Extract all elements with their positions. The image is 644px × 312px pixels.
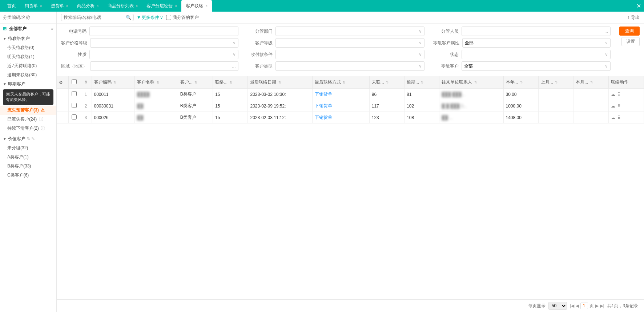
not-contacted-col-header[interactable]: 未联... ⇅ — [369, 76, 404, 89]
sidebar-all-customers[interactable]: ⊞ 全部客户 « — [0, 24, 56, 34]
last-contact-way-col-header[interactable]: 最后联络方式 ⇅ — [312, 76, 369, 89]
row-name: ████ — [135, 89, 178, 100]
nav-analysis-close[interactable]: × — [97, 4, 99, 8]
name-sort-icon[interactable]: ⇅ — [157, 81, 160, 84]
this-year-sort-icon[interactable]: ⇅ — [520, 81, 523, 84]
select-all-checkbox[interactable] — [72, 79, 77, 84]
sidebar-group-pending[interactable]: ▼ 待联络客户 — [0, 34, 56, 43]
nav-purchase-close[interactable]: × — [66, 4, 68, 8]
settings-button[interactable]: 设置 — [621, 37, 640, 46]
refresh-icon[interactable]: ↻ — [27, 136, 31, 141]
sidebar-item-churned[interactable]: 已流失客户(24) ⓘ — [0, 115, 56, 124]
sidebar-group-expiring[interactable]: ▼ 即期客户 — [0, 80, 56, 89]
settings-gear-icon[interactable]: ⚙ — [59, 80, 63, 85]
nav-sales[interactable]: 销货单 × — [20, 0, 47, 12]
contact-action-icon[interactable]: ☁ — [611, 92, 615, 97]
customer-type-select[interactable]: ∨ — [275, 61, 424, 71]
last-way-link[interactable]: 下销货单 — [315, 115, 332, 120]
sidebar-item-class-b[interactable]: B类客户(33) — [0, 162, 56, 171]
region-select[interactable]: ... — [90, 61, 238, 71]
sidebar-item-class-c[interactable]: C类客户(6) — [0, 171, 56, 180]
page-size-select[interactable]: 50 10 20 100 — [548, 302, 567, 310]
customer-level-select[interactable]: ∨ — [275, 38, 424, 48]
retail-attr-select[interactable]: 全部 ∨ — [462, 38, 611, 48]
nav-purchase[interactable]: 进货单 × — [47, 0, 73, 12]
row-checkbox[interactable] — [72, 114, 77, 119]
nav-customer-contact[interactable]: 客户联络 × — [181, 0, 212, 12]
payment-select[interactable]: ∨ — [275, 50, 424, 59]
name-col-header[interactable]: 客户名称 ⇅ — [135, 76, 178, 89]
nav-analysis-list-close[interactable]: × — [136, 4, 138, 8]
sidebar-item-today[interactable]: 今天待联络(0) — [0, 43, 56, 52]
overdue-sort-icon[interactable]: ⇅ — [421, 81, 424, 84]
edit-icon[interactable]: ✎ — [31, 136, 35, 141]
gear-col-header[interactable]: ⚙ — [57, 76, 68, 89]
sidebar-item-churn-warning[interactable]: 流失预警客户(3) ⚠ — [0, 106, 56, 115]
this-year-col-header[interactable]: 本年... ⇅ — [503, 76, 538, 89]
this-month-sort-icon[interactable]: ⇅ — [590, 81, 593, 84]
search-input[interactable] — [64, 15, 126, 20]
contact-person-sort-icon[interactable]: ⇅ — [474, 81, 477, 84]
nav-sales-close[interactable]: × — [40, 4, 42, 8]
first-page-icon[interactable]: |◀ — [570, 303, 574, 308]
search-icon[interactable]: 🔍 — [126, 15, 131, 20]
sidebar-search-input[interactable] — [3, 15, 57, 20]
type-col-header[interactable]: 客户... ⇅ — [178, 76, 213, 89]
not-contacted-sort-icon[interactable]: ⇅ — [386, 81, 389, 84]
phone-input[interactable] — [89, 27, 238, 36]
last-page-icon[interactable]: ▶| — [600, 303, 604, 308]
nav-analysis-list[interactable]: 商品分析列表 × — [103, 0, 142, 12]
prev-page-icon[interactable]: ◀ — [576, 303, 579, 308]
this-month-col-header[interactable]: 本月... ⇅ — [573, 76, 608, 89]
last-way-link[interactable]: 下销货单 — [315, 103, 332, 108]
price-level-select[interactable]: ∨ — [90, 38, 238, 48]
nav-customer-tier[interactable]: 客户分层经营 × — [142, 0, 181, 12]
sidebar-item-class-a[interactable]: A类客户(1) — [0, 153, 56, 162]
last-date-sort-icon[interactable]: ⇅ — [278, 81, 281, 84]
last-month-col-header[interactable]: 上月... ⇅ — [538, 76, 573, 89]
nature-select[interactable]: ∨ — [89, 50, 238, 59]
more-actions-icon[interactable]: ⠿ — [617, 115, 621, 120]
last-way-sort-icon[interactable]: ⇅ — [343, 81, 346, 84]
region-ellipsis[interactable]: ... — [232, 63, 236, 69]
row-checkbox[interactable] — [72, 91, 77, 96]
contact-sort-icon[interactable]: ⇅ — [230, 81, 233, 84]
code-col-header[interactable]: 客户编码 ⇅ — [92, 76, 135, 89]
status-select[interactable]: ∨ — [462, 50, 611, 59]
more-actions-icon[interactable]: ⠿ — [617, 104, 621, 109]
contact-action-icon[interactable]: ☁ — [611, 115, 615, 120]
sidebar-item-ungrouped[interactable]: 未分组(32) — [0, 143, 56, 153]
contact-person-col-header[interactable]: 往来单位联系人 ⇅ — [439, 76, 503, 89]
row-checkbox[interactable] — [72, 103, 77, 108]
next-page-icon[interactable]: ▶ — [595, 303, 599, 308]
sidebar-item-overdue[interactable]: 逾期未联络(30) — [0, 70, 56, 80]
last-contact-date-col-header[interactable]: 最后联络日期 ⇅ — [248, 76, 312, 89]
export-button[interactable]: ↑ 导出 — [627, 15, 640, 21]
manager-select[interactable]: ... — [462, 27, 611, 36]
nav-home[interactable]: 首页 — [3, 0, 20, 12]
query-button[interactable]: 查询 — [619, 27, 640, 36]
code-sort-icon[interactable]: ⇅ — [113, 81, 116, 84]
dept-select[interactable]: ∨ — [275, 27, 424, 36]
last-way-link[interactable]: 下销货单 — [315, 92, 332, 97]
current-page[interactable]: 1 — [580, 303, 588, 309]
contact-action-icon[interactable]: ☁ — [611, 104, 615, 109]
nav-analysis[interactable]: 商品分析 × — [73, 0, 103, 12]
sidebar-group-value[interactable]: ▼ 价值客户 ↻ ✎ — [0, 134, 56, 143]
sidebar-item-tomorrow[interactable]: 明天待联络(1) — [0, 52, 56, 61]
nav-customer-contact-label: 客户联络 — [186, 3, 203, 9]
sidebar-collapse-icon[interactable]: « — [51, 27, 53, 32]
more-actions-icon[interactable]: ⠿ — [617, 92, 621, 97]
type-sort-icon[interactable]: ⇅ — [194, 81, 197, 84]
close-all-button[interactable]: ✕ — [636, 3, 641, 9]
overdue-col-header[interactable]: 逾期... ⇅ — [404, 76, 439, 89]
nav-customer-tier-close[interactable]: × — [175, 4, 177, 8]
last-month-sort-icon[interactable]: ⇅ — [555, 81, 558, 84]
my-customers-checkbox[interactable] — [166, 15, 171, 20]
nav-customer-contact-close[interactable]: × — [205, 4, 208, 8]
sidebar-item-declining[interactable]: 持续下滑客户(2) ⓘ — [0, 124, 56, 133]
contact-col-header[interactable]: 联络... ⇅ — [213, 76, 248, 89]
retail-customer-select[interactable]: 全部 ∨ — [462, 61, 611, 71]
sidebar-item-7days[interactable]: 近7天待联络(0) — [0, 61, 56, 70]
more-conditions-button[interactable]: ▼ 更多条件 ∨ — [137, 15, 163, 21]
